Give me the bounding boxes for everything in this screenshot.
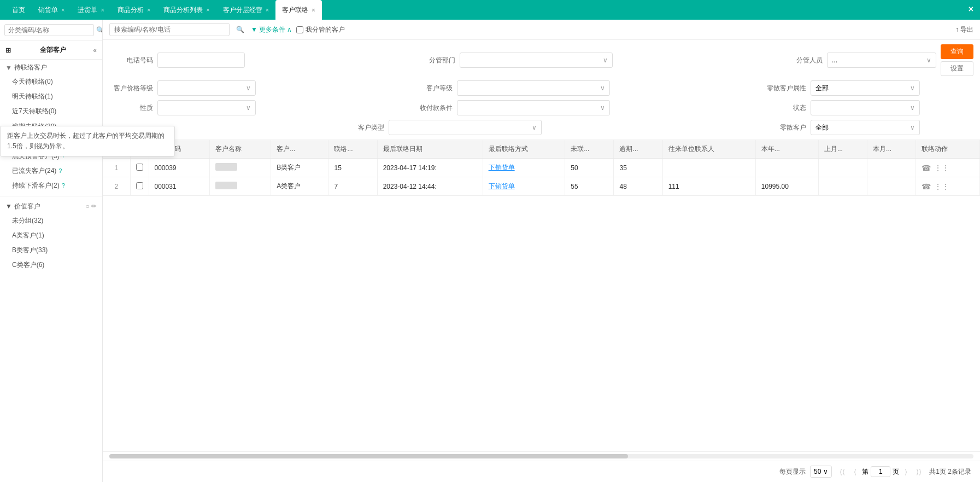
gender-label: 性质: [109, 103, 153, 113]
window-close-button[interactable]: ×: [969, 4, 973, 14]
sidebar-search-input[interactable]: [4, 24, 94, 36]
retail-customer-select[interactable]: 全部 ∨: [811, 120, 920, 135]
nav-home[interactable]: 首页: [5, 0, 32, 20]
row1-call-icon[interactable]: ☎: [922, 164, 931, 172]
sidebar-search-icon[interactable]: 🔍: [96, 26, 103, 34]
customer-table: ⚙ 客户编码 客户名称 客户...: [103, 140, 980, 451]
per-page-select[interactable]: 50 ∨: [810, 466, 832, 478]
scroll-track: [109, 454, 973, 458]
close-purchase-order-icon[interactable]: ×: [101, 7, 104, 13]
price-grade-select[interactable]: ∨: [157, 80, 256, 96]
person-label: 分管人员: [779, 56, 823, 65]
sidebar-value-group[interactable]: ▼ 价值客户 ○ ✏: [0, 199, 102, 213]
nav-product-analysis-list[interactable]: 商品分析列表 ×: [157, 0, 216, 20]
pay-caret: ∨: [600, 104, 605, 112]
nav-sales-order[interactable]: 销货单 ×: [32, 0, 71, 20]
nav-product-analysis[interactable]: 商品分析 ×: [111, 0, 157, 20]
nav-customer-segment[interactable]: 客户分层经营 ×: [216, 0, 275, 20]
phone-input[interactable]: [157, 53, 245, 68]
row2-checkbox[interactable]: [130, 177, 149, 196]
sidebar-pending-today[interactable]: 今天待联络(0): [0, 74, 102, 89]
col-contact-header: 联络...: [328, 140, 377, 159]
row1-checkbox[interactable]: [130, 159, 149, 177]
filter-row-2: 客户价格等级 ∨ 客户等级 ∨ 零散客户属性 全部 ∨: [109, 80, 973, 96]
sidebar-search-area: 🔍: [0, 20, 102, 41]
customer-grade-caret: ∨: [600, 84, 605, 92]
status-label: 状态: [762, 103, 806, 113]
col-this-month-header: 本月...: [867, 140, 916, 159]
sidebar-lost-customers[interactable]: 已流失客户(24) ?: [0, 164, 102, 178]
col-customer-type-header: 客户...: [271, 140, 328, 159]
last-page-btn[interactable]: ⟩⟩: [913, 467, 925, 477]
gender-select[interactable]: ∨: [157, 100, 256, 115]
sidebar-pending-7days[interactable]: 近7天待联络(0): [0, 104, 102, 119]
all-customers-header: ⊞ 全部客户 «: [0, 41, 102, 60]
row1-select[interactable]: [136, 164, 143, 171]
close-customer-segment-icon[interactable]: ×: [266, 7, 269, 13]
settings-button[interactable]: 设置: [941, 61, 973, 76]
retail-attr-caret: ∨: [910, 84, 915, 92]
nav-customer-contact[interactable]: 客户联络 ×: [275, 0, 321, 20]
row2-more-icon[interactable]: ⋮⋮: [934, 182, 949, 191]
my-customers-checkbox-input[interactable]: [296, 26, 303, 33]
sidebar-declining-customers[interactable]: 持续下滑客户(2) ?: [0, 178, 102, 193]
customer-grade-select[interactable]: ∨: [457, 80, 610, 96]
prev-page-btn[interactable]: ⟨: [850, 467, 860, 477]
row1-contact: 15: [328, 159, 377, 177]
retail-customer-caret: ∨: [910, 124, 915, 131]
sidebar-ungrouped[interactable]: 未分组(32): [0, 213, 102, 228]
price-grade-label: 客户价格等级: [109, 84, 153, 93]
row1-action: ☎ ⋮⋮: [916, 159, 980, 177]
row2-overdue: 48: [614, 177, 662, 196]
next-page-btn[interactable]: ⟩: [901, 467, 911, 477]
person-select[interactable]: ... ∨: [827, 53, 936, 68]
sidebar-collapse-icon[interactable]: «: [93, 47, 97, 54]
tooltip-box: 距客户上次交易时长，超过了此客户的平均交易周期的1.5倍，则视为异常。: [0, 126, 103, 156]
filter-row-1: 电话号码 分管部门 ∨ 分管人员 ... ∨ 查询 设置: [109, 44, 973, 76]
pay-label: 收付款条件: [409, 103, 453, 113]
horizontal-scrollbar[interactable]: [103, 451, 980, 461]
row1-type: B类客户: [271, 159, 328, 177]
scroll-thumb[interactable]: [109, 454, 628, 458]
first-page-btn[interactable]: ⟨⟨: [836, 467, 848, 477]
sidebar-class-c[interactable]: C类客户(6): [0, 258, 102, 272]
per-page-caret: ∨: [823, 468, 828, 475]
row2-select[interactable]: [136, 182, 143, 189]
declining-info-icon: ?: [62, 181, 65, 191]
close-customer-contact-icon[interactable]: ×: [312, 7, 315, 13]
value-group-label: 价值客户: [14, 202, 40, 211]
my-customers-checkbox[interactable]: 我分管的客户: [296, 25, 345, 34]
retail-attr-select[interactable]: 全部 ∨: [811, 80, 920, 96]
pay-select[interactable]: ∨: [457, 100, 610, 115]
row2-last-way: 下销货单: [483, 177, 565, 196]
sidebar-pending-group[interactable]: ▼ 待联络客户: [0, 60, 102, 74]
sidebar-class-a[interactable]: A类客户(1): [0, 228, 102, 243]
row2-code: 000031: [149, 177, 210, 196]
filter-search-icon[interactable]: 🔍: [234, 26, 247, 33]
filter-more-conditions[interactable]: ▼ 更多条件 ∧: [251, 25, 292, 34]
close-product-list-icon[interactable]: ×: [206, 7, 209, 13]
customer-type-select[interactable]: ∨: [389, 120, 542, 135]
nav-purchase-order[interactable]: 进货单 ×: [71, 0, 110, 20]
status-select[interactable]: ∨: [811, 100, 920, 115]
advanced-filters: 电话号码 分管部门 ∨ 分管人员 ... ∨ 查询 设置: [103, 40, 980, 140]
page-unit: 页: [893, 467, 899, 477]
current-page-input[interactable]: [871, 466, 890, 477]
col-overdue-header: 逾期...: [614, 140, 662, 159]
row2-uncontacted: 55: [565, 177, 614, 196]
query-button[interactable]: 查询: [941, 44, 973, 59]
filter-search-input[interactable]: [109, 23, 230, 36]
row1-more-icon[interactable]: ⋮⋮: [934, 164, 949, 172]
lost-info-icon: ?: [58, 166, 62, 176]
status-caret: ∨: [910, 104, 915, 112]
dept-select[interactable]: ∨: [460, 53, 613, 68]
col-last-way-header: 最后联络方式: [483, 140, 565, 159]
close-sales-order-icon[interactable]: ×: [61, 7, 64, 13]
phone-label: 电话号码: [109, 56, 153, 65]
row2-call-icon[interactable]: ☎: [922, 182, 931, 191]
sidebar-class-b[interactable]: B类客户(33): [0, 243, 102, 258]
export-button[interactable]: ↑ 导出: [955, 25, 973, 34]
row1-unit-contact: [662, 159, 755, 177]
sidebar-pending-tomorrow[interactable]: 明天待联络(1): [0, 89, 102, 104]
close-product-analysis-icon[interactable]: ×: [147, 7, 150, 13]
